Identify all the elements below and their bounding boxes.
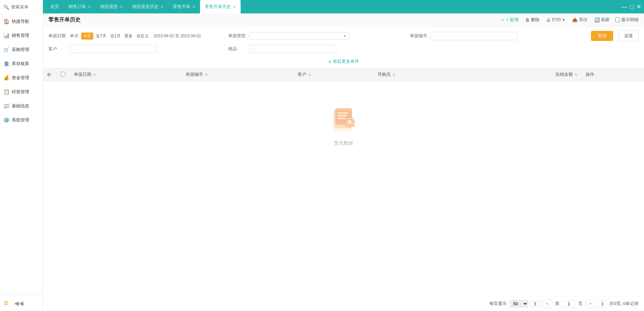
sort-icon: ⇅ [575, 73, 577, 76]
chart-icon: 📊 [3, 33, 10, 39]
prev-page-button[interactable]: ＜ [542, 300, 552, 308]
page-number-input[interactable] [562, 300, 576, 307]
filter-row-2: 客户 ··· 商品 ··· [48, 45, 639, 53]
th-guide[interactable]: 导购员 ⇅ [374, 68, 469, 81]
filter-area: 单据日期 昨天 今天 近7天 近1月 更多 自定义 2023-06-02 至 2… [43, 27, 644, 68]
first-page-button[interactable]: ⟪ [531, 300, 539, 307]
sidebar-bottom: ⚙ ◀◀ [0, 295, 43, 311]
tab-retail-open-history-label: 零售开单历史 [205, 4, 231, 10]
minimize-button[interactable]: — [621, 3, 627, 10]
bill-no-input[interactable] [431, 32, 518, 40]
next-page-button[interactable]: ＞ [585, 300, 596, 308]
close-icon[interactable]: ✕ [120, 5, 123, 9]
sidebar-item-label: 销售管理 [12, 33, 29, 39]
sidebar-item-label: 系统管理 [12, 117, 29, 123]
sidebar-item-label: 资金管理 [12, 75, 29, 81]
tab-sales-return-label: 销货退货 [100, 4, 118, 10]
customer-input[interactable]: ··· [69, 45, 156, 53]
date-opt-7days[interactable]: 近7天 [95, 33, 108, 40]
add-button[interactable]: ＋ + 新增 [499, 16, 520, 23]
th-bill-date[interactable]: 单据日期 ⇅ [69, 68, 182, 81]
th-action-label: 操作 [586, 72, 594, 77]
content-area: 零售开单历史 ＋ + 新增 🗑 删除 🖨 打印 ▼ 📤 导出 [43, 13, 644, 311]
collapse-sidebar-button[interactable]: ◀◀ [14, 300, 23, 307]
collapse-filter-button[interactable]: ∧ 收起更多条件 [48, 56, 639, 68]
display-detail-checkbox[interactable] [615, 17, 620, 22]
data-table: ⚙ 单据日期 ⇅ 单据编号 ⇅ [43, 68, 644, 81]
bill-type-filter-group: 单据类型 ▼ [228, 32, 404, 40]
export-label: 导出 [579, 17, 588, 23]
close-icon[interactable]: ✕ [88, 5, 91, 9]
tab-sales-return-history[interactable]: 销货退货历史 ✕ [128, 0, 168, 13]
search-icon: 🔍 [3, 4, 9, 10]
th-action: 操作 [582, 68, 644, 81]
th-bill-no[interactable]: 单据编号 ⇅ [182, 68, 294, 81]
bill-type-select[interactable]: ▼ [249, 32, 350, 40]
select-all-checkbox[interactable] [61, 72, 65, 76]
goods-input[interactable]: ··· [249, 45, 336, 53]
last-page-button[interactable]: ⟫ [598, 300, 607, 307]
per-page-label: 每页显示 [489, 301, 507, 307]
sidebar-item-purchase-mgmt[interactable]: 🛒 采购管理 [0, 43, 43, 57]
add-icon: ＋ [500, 17, 505, 23]
query-button[interactable]: 查询 [591, 31, 613, 41]
tab-sales-return[interactable]: 销货退货 ✕ [96, 0, 128, 13]
date-opt-1month[interactable]: 近1月 [109, 33, 122, 40]
th-amount-label: 实销金额 [555, 72, 573, 77]
empty-illustration [327, 101, 360, 135]
date-filter-label: 单据日期 [48, 33, 67, 39]
close-icon[interactable]: ✕ [233, 5, 236, 9]
close-window-button[interactable]: ✕ [636, 3, 641, 10]
tab-retail-open-history[interactable]: 零售开单历史 ✕ [200, 0, 241, 13]
set-button[interactable]: 设置 [618, 31, 639, 41]
refresh-label: 刷新 [601, 17, 610, 23]
delete-button[interactable]: 🗑 删除 [524, 16, 541, 23]
date-opt-yesterday[interactable]: 昨天 [69, 33, 80, 40]
date-opt-custom[interactable]: 自定义 [135, 33, 150, 40]
svg-line-8 [353, 125, 354, 127]
gear-icon: ⚙️ [3, 117, 10, 123]
page-label-prefix: 第 [555, 301, 559, 307]
sidebar-item-operations[interactable]: 📋 经营管理 [0, 85, 43, 99]
print-label: 打印 [552, 17, 561, 23]
th-amount[interactable]: 实销金额 ⇅ [469, 68, 582, 81]
customer-filter-group: 客户 ··· [48, 45, 223, 53]
sidebar-item-quick-nav[interactable]: 🏠 快捷导航 [0, 14, 43, 29]
tab-home[interactable]: 首页 [46, 0, 64, 13]
sidebar-item-sales-mgmt[interactable]: 📊 销售管理 [0, 29, 43, 43]
goods-filter-group: 商品 ··· [228, 45, 431, 53]
settings-button[interactable]: ⚙ [3, 300, 9, 307]
sidebar-item-sys-mgmt[interactable]: ⚙️ 系统管理 [0, 113, 43, 127]
th-customer[interactable]: 客户 ⇅ [294, 68, 374, 81]
sidebar-item-inventory[interactable]: 🏦 库存核算 [0, 57, 43, 71]
toolbar-actions: ＋ + 新增 🗑 删除 🖨 打印 ▼ 📤 导出 🔄 [499, 16, 639, 23]
close-icon[interactable]: ✕ [160, 5, 163, 9]
date-opt-more[interactable]: 更多 [123, 33, 134, 40]
th-settings[interactable]: ⚙ [43, 68, 56, 81]
export-icon: 📤 [572, 17, 578, 22]
refresh-button[interactable]: 🔄 刷新 [593, 16, 611, 23]
display-detail-toggle[interactable]: 显示明细 [615, 17, 639, 23]
tab-sales-order[interactable]: 销售订单 ✕ [64, 0, 96, 13]
export-button[interactable]: 📤 导出 [571, 16, 589, 23]
per-page-select[interactable]: 50 10 20 100 [509, 300, 528, 308]
tab-retail-open[interactable]: 零售开单 ✕ [168, 0, 200, 13]
sidebar: 🔍 搜索采单 🏠 快捷导航 📊 销售管理 🛒 采购管理 🏦 库存核算 💰 资金管… [0, 0, 43, 311]
sort-icon: ⇅ [205, 73, 208, 76]
maximize-button[interactable]: □ [630, 3, 634, 10]
settings-icon[interactable]: ⚙ [47, 72, 51, 77]
sidebar-item-basic-info[interactable]: 📰 基础信息 [0, 99, 43, 113]
sidebar-search[interactable]: 🔍 搜索采单 [0, 0, 43, 14]
print-button[interactable]: 🖨 打印 ▼ [545, 16, 567, 23]
date-opt-today[interactable]: 今天 [81, 33, 93, 40]
sort-icon: ⇅ [93, 73, 96, 76]
close-icon[interactable]: ✕ [192, 5, 195, 9]
th-checkbox[interactable] [56, 68, 69, 81]
th-guide-label: 导购员 [378, 72, 391, 77]
customer-dots: ··· [72, 46, 76, 51]
tab-bar: 首页 销售订单 ✕ 销货退货 ✕ 销货退货历史 ✕ 零售开单 ✕ 零售开单历史 … [43, 0, 644, 13]
collapse-filter-label: 收起更多条件 [333, 58, 359, 64]
table-header: ⚙ 单据日期 ⇅ 单据编号 ⇅ [43, 68, 644, 81]
sidebar-item-finance[interactable]: 💰 资金管理 [0, 71, 43, 85]
th-customer-label: 客户 [298, 72, 306, 77]
